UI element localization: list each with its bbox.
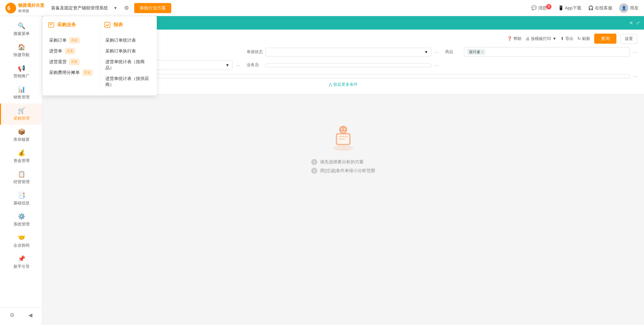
dropdown-item-inbound-label: 进货单	[49, 48, 62, 54]
dropdown-item-inbound-stats-supplier[interactable]: 进货单统计表（按供应商）	[104, 73, 152, 90]
notification-badge: 9	[546, 4, 551, 9]
dropdown-item-return-label: 进货退货	[49, 59, 67, 65]
collapse-icon: ⋀	[329, 82, 332, 87]
logo-sub: 标准版	[18, 8, 44, 13]
header-settings-btn[interactable]: ⚙	[123, 3, 130, 12]
tab-spacer	[101, 16, 625, 30]
purchase-icon: 🛒	[18, 107, 25, 114]
sidebar-label-operations: 经营管理	[13, 179, 30, 185]
avatar: 👤	[619, 3, 629, 13]
marketing-icon: 📢	[18, 65, 25, 72]
goods-label: 商品	[445, 49, 462, 55]
salesperson-dots[interactable]: ···	[433, 63, 440, 68]
empty-tips: 1 请先选择要分析的方案 2 用[过滤]条件来缩小分析范围	[311, 159, 375, 174]
message-action[interactable]: 💬 消息 9	[531, 5, 551, 11]
customer-dots[interactable]: ···	[632, 74, 639, 79]
system-icon: ⚙️	[18, 213, 25, 220]
dropdown-item-purchase-order[interactable]: 采购订单 历史	[48, 35, 96, 46]
capital-icon: 💰	[18, 149, 25, 157]
help-label: 帮助	[513, 36, 522, 42]
online-service-action[interactable]: 🎧 在线客服	[588, 5, 612, 11]
sidebar-item-sales[interactable]: 📊 销售管理	[0, 82, 42, 104]
dropdown-item-po-exec-label: 采购订单执行表	[105, 48, 136, 54]
query-btn[interactable]: 查询	[594, 34, 616, 44]
tab-expand-btn[interactable]: ⤢	[636, 20, 640, 26]
user-label: 用友	[630, 5, 639, 11]
bill-status-dropdown-icon: ▼	[424, 50, 428, 54]
bill-status-label: 单据状态	[247, 49, 263, 55]
header-left: 6 畅捷通好生意 标准版 装备及固定资产辅助管理系统 ▼ ⚙ 体验行业方案	[5, 3, 171, 13]
empty-tip-2: 2 用[过滤]条件来缩小分析范围	[311, 168, 375, 174]
user-action[interactable]: 👤 用友	[619, 3, 639, 13]
dropdown-item-expense-label: 采购费用分摊单	[49, 70, 80, 76]
print-label: 按模板打印	[531, 36, 551, 42]
dropdown-item-po-exec[interactable]: 采购订单执行表	[104, 46, 152, 56]
export-icon: ⬆	[561, 36, 564, 41]
sidebar-item-operations[interactable]: 📋 经营管理	[0, 167, 42, 188]
goods-dots[interactable]: ···	[632, 49, 639, 55]
print-action[interactable]: 🖨 按模板打印 ▼	[526, 36, 557, 42]
sidebar-item-quicknav[interactable]: 🏠 快捷导航	[0, 40, 42, 61]
goods-tag-remove[interactable]: ×	[481, 50, 483, 54]
bill-status-dots[interactable]: ···	[433, 49, 440, 55]
sidebar-item-marketing[interactable]: 📢 营销推广	[0, 61, 42, 82]
logo-main: 畅捷通好生意	[18, 3, 44, 8]
rank-dots[interactable]: ···	[235, 63, 241, 68]
svg-point-5	[341, 128, 343, 130]
sidebar: 🔍 搜索菜单 🏠 快捷导航 📢 营销推广 📊 销售管理 🛒 采购管理 📦 库存核…	[0, 16, 42, 325]
dropdown-item-po-stats-label: 采购订单统计表	[105, 37, 136, 43]
tip-text-2: 用[过滤]条件来缩小分析范围	[320, 168, 375, 174]
tab-close-window-btn[interactable]: ✕	[629, 20, 633, 26]
sidebar-label-inventory: 库存核算	[13, 137, 30, 143]
sidebar-item-system[interactable]: ⚙️ 系统管理	[0, 209, 42, 231]
sidebar-label-search: 搜索菜单	[13, 31, 30, 37]
filter-salesperson: 业务员 ···	[247, 62, 440, 68]
guide-icon: 📌	[18, 255, 25, 262]
sidebar-item-enterprise[interactable]: 🤝 企业协同	[0, 231, 42, 252]
sidebar-label-enterprise: 企业协同	[13, 243, 30, 248]
system-dropdown-btn[interactable]: ▼	[112, 4, 119, 12]
print-dropdown-icon[interactable]: ▼	[552, 36, 557, 41]
sidebar-collapse-btn[interactable]: ◀	[28, 312, 32, 318]
dropdown-item-return[interactable]: 进货退货 历史	[48, 56, 96, 67]
sidebar-label-quicknav: 快捷导航	[13, 52, 30, 58]
sidebar-item-inventory[interactable]: 📦 库存核算	[0, 125, 42, 146]
empty-tip-1: 1 请先选择要分析的方案	[311, 159, 375, 165]
purchase-col-title-text: 采购业务	[57, 22, 76, 28]
dropdown-item-expense[interactable]: 采购费用分摊单 历史	[48, 67, 96, 78]
home-icon: 🏠	[18, 43, 25, 51]
col-divider	[100, 22, 100, 90]
sidebar-item-purchase[interactable]: 🛒 采购管理	[0, 104, 42, 125]
logo-text: 畅捷通好生意 标准版	[18, 3, 44, 13]
sidebar-item-guide[interactable]: 📌 新手引导	[0, 252, 42, 273]
sidebar-label-guide: 新手引导	[13, 264, 30, 270]
help-icon: ❓	[507, 36, 512, 41]
dropdown-item-inbound-stats-supplier-label: 进货单统计表（按供应商）	[105, 76, 150, 88]
logo-area: 6 畅捷通好生意 标准版	[5, 3, 44, 13]
svg-rect-8	[338, 138, 345, 140]
tip-text-1: 请先选择要分析的方案	[320, 159, 364, 165]
settings-btn[interactable]: 设置	[620, 34, 637, 44]
tip-num-1: 1	[311, 159, 317, 165]
dropdown-item-inbound[interactable]: 进货单 历史	[48, 46, 96, 56]
badge-purchase-order: 历史	[69, 37, 79, 43]
sidebar-label-capital: 资金管理	[13, 158, 30, 164]
sidebar-item-search[interactable]: 🔍 搜索菜单	[0, 19, 42, 40]
goods-control[interactable]: 设计桌 ×	[464, 47, 630, 57]
sidebar-item-basic[interactable]: 📑 基础信息	[0, 188, 42, 209]
app-download-action[interactable]: 📱 App下载	[558, 5, 581, 11]
bill-status-control[interactable]: ▼	[265, 48, 431, 56]
sidebar-settings-btn[interactable]: ⚙	[10, 312, 14, 318]
search-icon: 🔍	[18, 22, 25, 30]
inventory-icon: 📦	[18, 128, 25, 135]
salesperson-control[interactable]	[265, 63, 431, 67]
dropdown-item-po-stats[interactable]: 采购订单统计表	[104, 35, 152, 46]
filter-bill-status: 单据状态 ▼ ···	[247, 48, 440, 56]
industry-btn[interactable]: 体验行业方案	[134, 3, 171, 13]
dropdown-item-inbound-stats-goods[interactable]: 进货单统计表（按商品）	[104, 56, 152, 73]
refresh-label: 刷新	[582, 36, 590, 42]
export-action[interactable]: ⬆ 导出	[561, 36, 573, 42]
refresh-action[interactable]: ↻ 刷新	[577, 36, 590, 42]
sidebar-item-capital[interactable]: 💰 资金管理	[0, 146, 42, 167]
help-action[interactable]: ❓ 帮助	[507, 36, 522, 42]
